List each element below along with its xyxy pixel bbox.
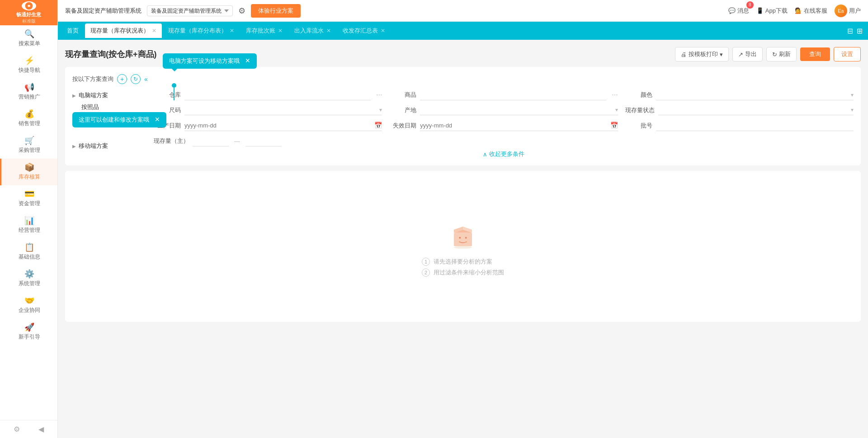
tab-minimize-icon[interactable]: ⊟ [847, 27, 853, 35]
tree-pc-schemes[interactable]: ▶ 电脑端方案 [72, 89, 154, 101]
refresh-button[interactable]: ↻ 刷新 [766, 47, 797, 61]
user-item[interactable]: Ea 用户 [835, 5, 861, 17]
tooltip-create-text: 这里可以创建和修改方案哦 [79, 116, 149, 123]
tab-home[interactable]: 首页 [61, 24, 84, 38]
sidebar-item-label: 新手引导 [19, 333, 40, 341]
filter-cycle-button[interactable]: ↻ [131, 74, 141, 84]
chevron-down-icon: ▾ [851, 92, 854, 98]
color-label: 颜色 [625, 91, 652, 99]
expire-date-start[interactable]: 📅 [420, 120, 618, 131]
sidebar-item-purchase[interactable]: 🛒 采购管理 [0, 132, 57, 159]
search-button[interactable]: 查询 [800, 47, 830, 61]
tooltip-scheme-close[interactable]: ✕ [245, 57, 250, 64]
app-download-item[interactable]: 📱 App下载 [756, 7, 788, 15]
expire-date-label: 失效日期 [389, 122, 416, 130]
filter-batch-no: 批号 [625, 120, 854, 131]
empty-tip-1: 1 请先选择要分析的方案 [422, 258, 504, 266]
tab-inventory-dist[interactable]: 现存量（库存分布表） ✕ [163, 24, 240, 38]
export-button[interactable]: ↗ 导出 [732, 47, 763, 61]
industry-plan-button[interactable]: 体验行业方案 [251, 4, 301, 18]
tree-pc-child[interactable]: 按照品 [72, 101, 154, 113]
expire-date-start-input[interactable] [420, 122, 610, 129]
tab-inout-flow[interactable]: 出入库流水 ✕ [289, 24, 336, 38]
filter-grid-row3: 生产日期 📅 失效日期 � [154, 120, 854, 131]
app-header: 装备及固定资产辅助管理系统 装备及固定资产辅助管理系统 ⚙ 体验行业方案 💬 消… [58, 0, 868, 22]
svg-rect-1 [454, 233, 472, 246]
app-logo: 畅通好生意 标准版 [0, 0, 57, 25]
sidebar-item-system[interactable]: ⚙️ 系统管理 [0, 265, 57, 292]
sidebar-item-label: 搜索菜单 [19, 40, 40, 47]
filter-add-button[interactable]: + [117, 74, 127, 84]
warehouse-input[interactable] [184, 89, 371, 100]
sidebar-item-guide[interactable]: 🚀 新手引导 [0, 319, 57, 345]
gear-icon[interactable]: ⚙ [238, 6, 245, 16]
sidebar-item-inventory[interactable]: 📦 库存核算 [0, 159, 57, 185]
settings-button[interactable]: 设置 [834, 47, 861, 61]
prod-date-start-input[interactable] [184, 122, 374, 129]
stock-status-dropdown[interactable]: ▾ [658, 105, 854, 115]
chevron-down-icon: ▾ [720, 51, 723, 58]
tab-close-icon[interactable]: ✕ [152, 28, 156, 34]
settings-icon[interactable]: ⚙ [14, 425, 20, 433]
tree-child-label: 按照品 [81, 103, 99, 111]
sidebar-item-quick-nav[interactable]: ⚡ 快捷导航 [0, 52, 57, 79]
tree-mobile-schemes[interactable]: ▶ 移动端方案 [72, 140, 154, 152]
tab-close-icon[interactable]: ✕ [278, 28, 283, 34]
system-selector[interactable]: 装备及固定资产辅助管理系统 [147, 5, 233, 16]
tree-item-label: 移动端方案 [79, 142, 108, 150]
sidebar-item-finance[interactable]: 💳 资金管理 [0, 185, 57, 212]
filter-size: 尺码 ▾ [154, 105, 382, 115]
warehouse-dots[interactable]: ··· [376, 91, 382, 99]
tab-maximize-icon[interactable]: ⊞ [857, 27, 863, 35]
avatar: Ea [835, 5, 847, 17]
tab-receive-summary[interactable]: 收发存汇总表 ✕ [337, 24, 391, 38]
tab-close-icon[interactable]: ✕ [381, 28, 385, 34]
filter-grid-row4: 现存量（主） — [154, 136, 854, 146]
svg-point-4 [454, 246, 472, 249]
sidebar-item-sales[interactable]: 💰 销售管理 [0, 105, 57, 132]
tab-close-icon[interactable]: ✕ [230, 28, 234, 34]
sidebar-item-marketing[interactable]: 📢 营销推广 [0, 79, 57, 105]
message-item[interactable]: 💬 消息 8 [728, 7, 749, 15]
stock-main-end[interactable] [245, 136, 282, 146]
collapse-row[interactable]: ∧ 收起更多条件 [154, 146, 854, 158]
tab-label: 现存量（库存分布表） [168, 27, 227, 35]
finance-icon: 💳 [24, 190, 34, 198]
sidebar-bottom: ⚙ ◀ [0, 420, 57, 438]
sidebar-item-label: 销售管理 [19, 120, 40, 127]
color-dropdown[interactable]: ▾ [656, 90, 854, 100]
filter-stock-main: 现存量（主） — [154, 136, 382, 146]
origin-label: 产地 [389, 106, 416, 114]
product-label: 商品 [389, 91, 416, 99]
warehouse-label: 仓库 [154, 91, 181, 99]
tab-label: 现存量（库存状况表） [90, 27, 149, 35]
sidebar-item-enterprise[interactable]: 🤝 企业协同 [0, 292, 57, 319]
logo-icon [22, 1, 36, 10]
tooltip-create-close[interactable]: ✕ [155, 116, 160, 123]
print-button[interactable]: 🖨 按模板打印 ▾ [675, 47, 729, 61]
tab-inventory-status[interactable]: 现存量（库存状况表） ✕ [85, 24, 162, 38]
tab-close-icon[interactable]: ✕ [326, 28, 331, 34]
tab-inventory-batch[interactable]: 库存批次账 ✕ [241, 24, 288, 38]
prod-date-start[interactable]: 📅 [184, 120, 382, 131]
online-support-item[interactable]: 💁 在线客服 [795, 7, 827, 15]
sidebar-item-operations[interactable]: 📊 经营管理 [0, 212, 57, 239]
calendar-icon[interactable]: 📅 [610, 122, 618, 129]
app-download-label: App下载 [765, 7, 788, 15]
product-dots[interactable]: ··· [612, 91, 618, 99]
stock-main-start[interactable] [193, 136, 229, 146]
size-dropdown[interactable]: ▾ [184, 105, 382, 115]
scheme-tree: ▶ 电脑端方案 按照品 这里可以创建和修改方案哦 ✕ ▶ [72, 89, 154, 158]
collapse-icon[interactable]: ◀ [38, 425, 44, 433]
sidebar-item-search[interactable]: 🔍 搜索菜单 [0, 25, 57, 52]
calendar-icon[interactable]: 📅 [374, 122, 382, 129]
logo-sub: 标准版 [22, 18, 36, 24]
filter-arrow-button[interactable]: « [144, 75, 148, 83]
filter-warehouse: 仓库 ··· [154, 89, 382, 100]
origin-dropdown[interactable]: ▾ [420, 105, 618, 115]
product-input[interactable] [420, 89, 606, 100]
sidebar-item-base-info[interactable]: 📋 基础信息 [0, 239, 57, 265]
range-separator: — [234, 138, 240, 145]
filter-grid-row1: 仓库 ··· 商品 ··· [154, 89, 854, 100]
batch-no-input[interactable] [656, 120, 854, 131]
